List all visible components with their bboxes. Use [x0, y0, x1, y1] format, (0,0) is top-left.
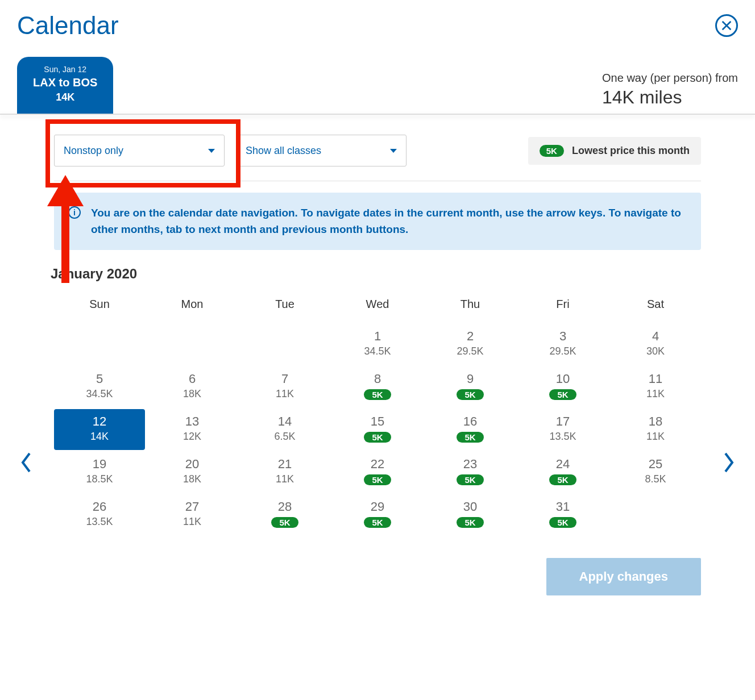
day-cell[interactable]: 285K	[239, 494, 330, 535]
day-number: 14	[278, 414, 292, 429]
day-number: 9	[467, 372, 474, 386]
trip-date: Sun, Jan 12	[33, 65, 97, 74]
day-number: 12	[93, 414, 106, 429]
day-price: 11K	[646, 431, 665, 443]
day-number: 10	[556, 372, 570, 386]
day-price: 13.5K	[549, 431, 576, 443]
day-cell[interactable]: 146.5K	[239, 409, 330, 450]
class-filter-dropdown[interactable]: Show all classes	[236, 135, 406, 166]
chevron-down-icon	[208, 149, 215, 153]
chevron-left-icon	[19, 451, 34, 474]
day-number: 15	[371, 414, 384, 429]
summary-label: One way (per person) from	[602, 72, 738, 85]
stops-filter-value: Nonstop only	[64, 145, 123, 157]
prev-month-button[interactable]	[19, 451, 34, 476]
day-cell[interactable]: 711K	[239, 366, 330, 407]
day-cell[interactable]: 165K	[425, 409, 516, 450]
day-cell[interactable]: 95K	[425, 366, 516, 407]
day-number: 18	[649, 414, 662, 429]
day-cell[interactable]: 1918.5K	[54, 452, 145, 493]
day-cell[interactable]: 2711K	[147, 494, 238, 535]
stops-filter-dropdown[interactable]: Nonstop only	[54, 135, 225, 166]
day-price: 11K	[276, 388, 294, 400]
day-number: 3	[559, 329, 566, 344]
day-number: 5	[96, 372, 103, 386]
close-icon	[720, 19, 733, 32]
day-price-pill: 5K	[271, 517, 298, 528]
day-header: Thu	[425, 292, 516, 322]
day-cell[interactable]: 1111K	[610, 366, 701, 407]
trip-price: 14K	[33, 91, 97, 103]
day-number: 19	[93, 457, 106, 472]
day-cell[interactable]: 2613.5K	[54, 494, 145, 535]
lowest-price-label: Lowest price this month	[572, 145, 690, 157]
day-number: 30	[463, 499, 477, 514]
day-header: Sun	[54, 292, 145, 322]
day-price: 11K	[276, 473, 294, 485]
day-cell[interactable]: 295K	[332, 494, 423, 535]
day-cell[interactable]: 534.5K	[54, 366, 145, 407]
month-title: January 2020	[51, 266, 701, 282]
day-number: 11	[649, 372, 662, 386]
day-price-pill: 5K	[549, 474, 576, 485]
day-cell[interactable]: 235K	[425, 452, 516, 493]
day-price: 12K	[183, 431, 201, 443]
day-cell[interactable]: 245K	[517, 452, 608, 493]
day-cell-empty	[610, 494, 701, 535]
day-header: Fri	[517, 292, 608, 322]
day-cell[interactable]: 1312K	[147, 409, 238, 450]
price-summary: One way (per person) from 14K miles	[602, 72, 738, 108]
day-cell[interactable]: 315K	[517, 494, 608, 535]
chevron-down-icon	[390, 149, 397, 153]
class-filter-value: Show all classes	[246, 145, 321, 157]
day-number: 24	[556, 457, 570, 472]
day-cell[interactable]: 2111K	[239, 452, 330, 493]
day-price: 6.5K	[274, 431, 295, 443]
day-cell[interactable]: 430K	[610, 324, 701, 365]
day-price: 18K	[183, 388, 201, 400]
day-cell[interactable]: 229.5K	[425, 324, 516, 365]
day-cell[interactable]: 1214K	[54, 409, 145, 450]
day-price: 13.5K	[86, 516, 113, 528]
day-number: 29	[371, 499, 384, 514]
day-price: 30K	[646, 345, 665, 357]
day-cell[interactable]: 2018K	[147, 452, 238, 493]
day-cell[interactable]: 225K	[332, 452, 423, 493]
summary-price: 14K miles	[602, 87, 738, 108]
day-cell[interactable]: 105K	[517, 366, 608, 407]
day-number: 27	[185, 499, 199, 514]
trip-tab[interactable]: Sun, Jan 12 LAX to BOS 14K	[17, 57, 113, 114]
day-price-pill: 5K	[364, 517, 391, 528]
day-number: 16	[463, 414, 477, 429]
day-number: 23	[463, 457, 477, 472]
lowest-price-pill: 5K	[540, 145, 564, 157]
day-cell[interactable]: 305K	[425, 494, 516, 535]
day-cell[interactable]: 258.5K	[610, 452, 701, 493]
day-price-pill: 5K	[457, 389, 483, 400]
day-header: Wed	[332, 292, 423, 322]
day-number: 25	[649, 457, 662, 472]
day-number: 20	[185, 457, 199, 472]
day-price-pill: 5K	[549, 517, 576, 528]
close-button[interactable]	[715, 14, 738, 37]
day-cell[interactable]: 1713.5K	[517, 409, 608, 450]
day-price: 18K	[183, 473, 201, 485]
day-cell[interactable]: 155K	[332, 409, 423, 450]
day-cell[interactable]: 1811K	[610, 409, 701, 450]
day-cell[interactable]: 134.5K	[332, 324, 423, 365]
day-price: 29.5K	[549, 345, 576, 357]
day-price-pill: 5K	[364, 474, 391, 485]
apply-changes-button[interactable]: Apply changes	[546, 558, 701, 595]
next-month-button[interactable]	[721, 451, 736, 476]
day-number: 1	[374, 329, 381, 344]
day-cell[interactable]: 618K	[147, 366, 238, 407]
day-price: 34.5K	[86, 388, 113, 400]
day-number: 4	[652, 329, 659, 344]
day-price: 11K	[183, 516, 201, 528]
filters-divider	[54, 181, 701, 181]
day-price: 8.5K	[645, 473, 666, 485]
day-cell[interactable]: 85K	[332, 366, 423, 407]
day-cell[interactable]: 329.5K	[517, 324, 608, 365]
trip-route: LAX to BOS	[33, 76, 97, 89]
info-text: You are on the calendar date navigation.…	[91, 205, 687, 238]
